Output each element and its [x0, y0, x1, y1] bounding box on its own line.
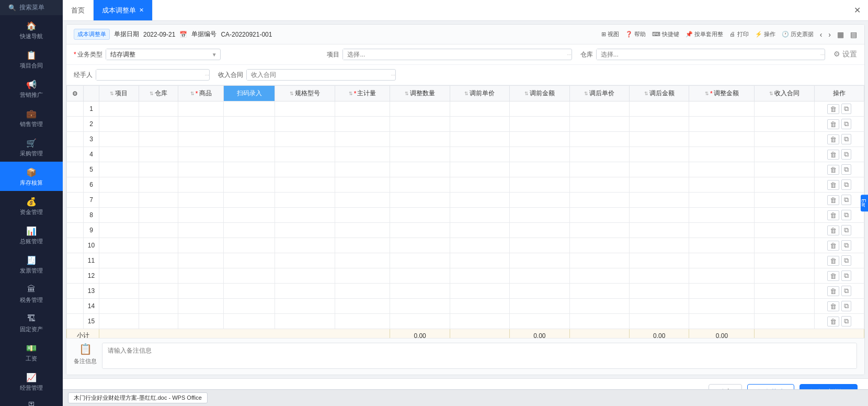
cell-adj-qty-4[interactable] — [390, 147, 450, 162]
cell-scan-6[interactable] — [223, 177, 275, 193]
cell-after-amount-7[interactable] — [629, 193, 689, 208]
print-action[interactable]: 🖨 打印 — [729, 30, 748, 38]
nav-next[interactable]: › — [828, 30, 831, 39]
cell-spec-7[interactable] — [275, 193, 335, 208]
cell-prev-amount-6[interactable] — [510, 177, 569, 193]
cell-scan-13[interactable] — [223, 284, 275, 299]
cell-prev-amount-4[interactable] — [510, 147, 569, 162]
cell-prev-amount-12[interactable] — [510, 268, 569, 284]
cell-spec-13[interactable] — [275, 284, 335, 299]
cell-warehouse-14[interactable] — [139, 299, 178, 314]
cell-prev-amount-9[interactable] — [510, 223, 569, 238]
cell-after-unit-price-11[interactable] — [569, 253, 629, 268]
cell-warehouse-9[interactable] — [139, 223, 178, 238]
apply-action[interactable]: 📌 按单套用整 — [686, 30, 723, 38]
cell-income-contract-15[interactable] — [755, 314, 814, 329]
cell-adj-qty-11[interactable] — [390, 253, 450, 268]
taskbar-item[interactable]: 木门行业好业财处理方案-墨红红.doc - WPS Office — [68, 392, 208, 403]
cell-project-14[interactable] — [99, 299, 139, 314]
cell-spec-10[interactable] — [275, 238, 335, 253]
cell-after-amount-5[interactable] — [629, 162, 689, 177]
cell-prev-unit-price-2[interactable] — [450, 117, 509, 132]
cell-adj-qty-5[interactable] — [390, 162, 450, 177]
delete-row-5[interactable]: 🗑 — [827, 165, 839, 175]
view-list-icon[interactable]: ▤ — [850, 30, 857, 39]
cell-unit-14[interactable] — [335, 299, 390, 314]
warehouse-select[interactable]: ··· — [596, 49, 825, 60]
cell-adj-qty-3[interactable] — [390, 132, 450, 147]
cell-goods-2[interactable] — [178, 117, 223, 132]
handler-dots[interactable]: ··· — [205, 72, 209, 78]
cell-adj-qty-1[interactable] — [390, 102, 450, 117]
cell-income-contract-3[interactable] — [755, 132, 814, 147]
cell-adj-qty-6[interactable] — [390, 177, 450, 193]
cell-after-unit-price-13[interactable] — [569, 284, 629, 299]
ops-action[interactable]: ⚡ 操作 — [755, 30, 775, 38]
copy-row-11[interactable]: ⧉ — [841, 255, 851, 266]
cell-after-unit-price-10[interactable] — [569, 238, 629, 253]
cell-spec-2[interactable] — [275, 117, 335, 132]
cell-after-amount-8[interactable] — [629, 208, 689, 223]
cell-income-contract-5[interactable] — [755, 162, 814, 177]
delete-row-4[interactable]: 🗑 — [827, 150, 839, 160]
cell-prev-amount-7[interactable] — [510, 193, 569, 208]
cell-goods-13[interactable] — [178, 284, 223, 299]
cell-goods-11[interactable] — [178, 253, 223, 268]
cell-project-1[interactable] — [99, 102, 139, 117]
cell-goods-12[interactable] — [178, 268, 223, 284]
cell-project-13[interactable] — [99, 284, 139, 299]
sidebar-item-invoice[interactable]: 🧾发票管理 — [0, 250, 63, 279]
cell-project-12[interactable] — [99, 268, 139, 284]
cell-after-amount-2[interactable] — [629, 117, 689, 132]
cell-after-unit-price-15[interactable] — [569, 314, 629, 329]
cell-spec-6[interactable] — [275, 177, 335, 193]
cell-income-contract-6[interactable] — [755, 177, 814, 193]
sidebar-item-basic[interactable]: 🗄基础信息 — [0, 396, 63, 406]
income-contract-dots[interactable]: ··· — [391, 72, 395, 78]
cell-project-2[interactable] — [99, 117, 139, 132]
cell-prev-amount-15[interactable] — [510, 314, 569, 329]
shortcut-action[interactable]: ⌨ 快捷键 — [652, 30, 679, 38]
cell-after-amount-4[interactable] — [629, 147, 689, 162]
cell-after-amount-10[interactable] — [629, 238, 689, 253]
cell-goods-7[interactable] — [178, 193, 223, 208]
cell-scan-4[interactable] — [223, 147, 275, 162]
cell-project-11[interactable] — [99, 253, 139, 268]
cell-goods-6[interactable] — [178, 177, 223, 193]
project-dots[interactable]: ··· — [567, 52, 571, 58]
cell-scan-1[interactable] — [223, 102, 275, 117]
cell-unit-1[interactable] — [335, 102, 390, 117]
cell-adj-qty-15[interactable] — [390, 314, 450, 329]
cell-after-amount-11[interactable] — [629, 253, 689, 268]
cell-warehouse-6[interactable] — [139, 177, 178, 193]
cell-scan-10[interactable] — [223, 238, 275, 253]
handler-input[interactable] — [96, 70, 205, 80]
cell-adj-amount-6[interactable] — [689, 177, 755, 193]
cell-prev-unit-price-12[interactable] — [450, 268, 509, 284]
cell-unit-4[interactable] — [335, 147, 390, 162]
sidebar-item-purchase[interactable]: 🛒采购管理 — [0, 132, 63, 162]
delete-row-15[interactable]: 🗑 — [827, 317, 839, 326]
cell-income-contract-14[interactable] — [755, 299, 814, 314]
copy-row-9[interactable]: ⧉ — [841, 225, 851, 235]
project-select[interactable]: ··· — [342, 49, 572, 60]
sidebar-item-quick-nav[interactable]: 🏠快速导航 — [0, 15, 63, 44]
cell-project-7[interactable] — [99, 193, 139, 208]
cell-unit-10[interactable] — [335, 238, 390, 253]
warehouse-dots[interactable]: ··· — [820, 52, 825, 58]
cell-adj-qty-9[interactable] — [390, 223, 450, 238]
tab-close-cost-adjust[interactable]: ✕ — [139, 7, 144, 14]
cell-project-4[interactable] — [99, 147, 139, 162]
cell-after-amount-12[interactable] — [629, 268, 689, 284]
cell-spec-8[interactable] — [275, 208, 335, 223]
cell-after-amount-1[interactable] — [629, 102, 689, 117]
cell-income-contract-1[interactable] — [755, 102, 814, 117]
cell-prev-unit-price-10[interactable] — [450, 238, 509, 253]
cell-spec-11[interactable] — [275, 253, 335, 268]
cell-warehouse-7[interactable] — [139, 193, 178, 208]
cell-adj-amount-10[interactable] — [689, 238, 755, 253]
cell-prev-amount-3[interactable] — [510, 132, 569, 147]
cell-unit-7[interactable] — [335, 193, 390, 208]
cell-prev-unit-price-3[interactable] — [450, 132, 509, 147]
cell-project-15[interactable] — [99, 314, 139, 329]
